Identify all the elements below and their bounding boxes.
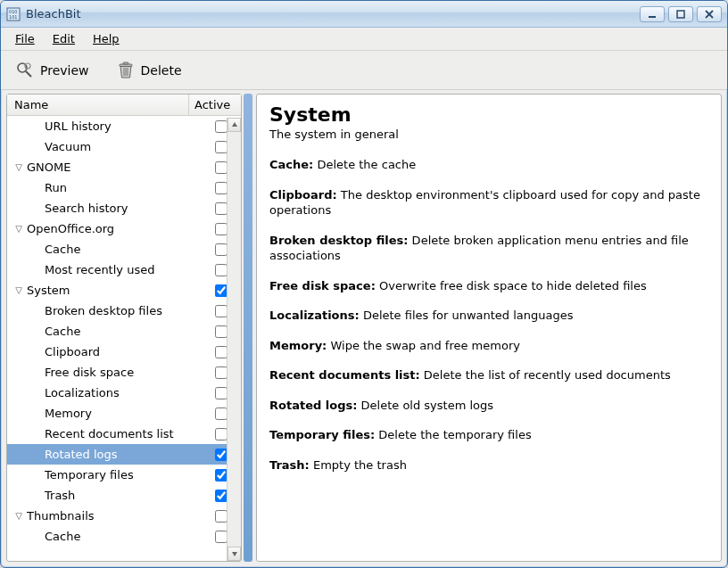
tree-row[interactable]: Free disk space <box>7 362 241 383</box>
detail-entry-name: Broken desktop files: <box>269 234 408 247</box>
menu-file[interactable]: File <box>8 29 42 48</box>
detail-entry-name: Localizations: <box>269 309 360 322</box>
detail-entry: Clipboard: The desktop environment's cli… <box>269 187 708 218</box>
menu-help[interactable]: Help <box>86 29 127 48</box>
detail-entry-desc: Delete the temporary files <box>375 428 531 441</box>
tree-row-label: Cache <box>43 530 202 543</box>
tree-row-label: GNOME <box>25 161 202 174</box>
splitter-handle[interactable] <box>244 94 252 562</box>
tree-row-label: Temporary files <box>43 468 202 482</box>
tree-row[interactable]: Rotated logs <box>7 444 241 465</box>
expander-icon[interactable]: ▽ <box>12 511 25 521</box>
detail-entry: Temporary files: Delete the temporary fi… <box>269 427 708 443</box>
active-checkbox[interactable] <box>215 449 228 461</box>
detail-entry: Rotated logs: Delete old system logs <box>269 398 708 414</box>
tree-row-label: OpenOffice.org <box>25 222 202 235</box>
active-checkbox[interactable] <box>215 161 228 174</box>
tree-row[interactable]: Recent documents list <box>7 424 241 444</box>
tree-row[interactable]: Cache <box>7 526 241 547</box>
tree-row-label: Run <box>43 181 202 194</box>
detail-entry-desc: Delete the list of recently used documen… <box>420 368 671 382</box>
detail-entry-name: Memory: <box>269 339 327 352</box>
maximize-button[interactable] <box>668 6 693 22</box>
active-checkbox[interactable] <box>215 264 228 276</box>
tree-row-label: Trash <box>43 489 202 502</box>
tree-row[interactable]: Memory <box>7 403 241 424</box>
detail-entry-name: Cache: <box>269 158 313 171</box>
detail-entry-desc: Delete files for unwanted languages <box>360 309 574 322</box>
tree-row-label: Broken desktop files <box>43 304 202 317</box>
tree-row[interactable]: URL history <box>7 116 241 136</box>
tree-row[interactable]: Broken desktop files <box>7 300 241 321</box>
active-checkbox[interactable] <box>215 325 228 338</box>
active-checkbox[interactable] <box>215 469 228 482</box>
active-checkbox[interactable] <box>215 490 228 502</box>
detail-entry-name: Clipboard: <box>269 188 337 202</box>
tree-row-label: Vacuum <box>43 140 202 153</box>
tree-row-label: Clipboard <box>43 345 202 358</box>
expander-icon[interactable]: ▽ <box>12 224 25 234</box>
expander-icon[interactable]: ▽ <box>12 285 25 295</box>
close-button[interactable] <box>697 6 722 22</box>
active-checkbox[interactable] <box>215 223 228 235</box>
detail-entry: Cache: Delete the cache <box>269 157 708 173</box>
tree-scrollbar[interactable] <box>227 118 241 561</box>
menu-edit[interactable]: Edit <box>46 29 82 48</box>
active-checkbox[interactable] <box>215 202 228 215</box>
tree-row-label: Free disk space <box>43 366 202 379</box>
tree-row[interactable]: Search history <box>7 198 241 218</box>
active-checkbox[interactable] <box>215 141 228 153</box>
tree-row-label: Cache <box>43 325 202 338</box>
tree-row[interactable]: Temporary files <box>7 465 241 485</box>
active-checkbox[interactable] <box>215 428 228 440</box>
tree-row[interactable]: ▽GNOME <box>7 157 241 177</box>
tree-row[interactable]: Cache <box>7 239 241 259</box>
detail-panel: System The system in general Cache: Dele… <box>256 94 722 562</box>
detail-entry-desc: Delete the cache <box>313 158 416 171</box>
tree-row[interactable]: Trash <box>7 485 241 506</box>
active-checkbox[interactable] <box>215 182 228 194</box>
active-checkbox[interactable] <box>215 510 228 523</box>
tree-header: Name Active <box>7 95 241 116</box>
tree-row[interactable]: ▽OpenOffice.org <box>7 218 241 239</box>
detail-entry: Recent documents list: Delete the list o… <box>269 367 708 383</box>
tree-row[interactable]: Localizations <box>7 383 241 403</box>
active-checkbox[interactable] <box>215 120 228 133</box>
detail-title: System <box>269 103 708 126</box>
tree-row[interactable]: ▽Thumbnails <box>7 506 241 526</box>
titlebar[interactable]: 010101 BleachBit <box>1 1 727 28</box>
active-checkbox[interactable] <box>215 346 228 358</box>
minimize-button[interactable] <box>640 6 665 22</box>
tree-row[interactable]: Cache <box>7 321 241 342</box>
svg-rect-4 <box>677 11 684 18</box>
tree-row[interactable]: Most recently used <box>7 259 241 280</box>
cleaner-tree-panel: Name Active URL historyVacuum▽GNOMERunSe… <box>6 94 242 562</box>
tree-body[interactable]: URL historyVacuum▽GNOMERunSearch history… <box>7 116 241 561</box>
tree-row-label: URL history <box>43 119 202 133</box>
active-checkbox[interactable] <box>215 284 228 297</box>
tree-row[interactable]: Vacuum <box>7 136 241 157</box>
scroll-up-button[interactable] <box>228 118 241 132</box>
tree-row[interactable]: ▽System <box>7 280 241 300</box>
active-checkbox[interactable] <box>215 407 228 420</box>
tree-row[interactable]: Clipboard <box>7 342 241 362</box>
active-checkbox[interactable] <box>215 387 228 399</box>
delete-button[interactable]: Delete <box>111 57 187 84</box>
column-name-header[interactable]: Name <box>7 95 189 115</box>
active-checkbox[interactable] <box>215 531 228 543</box>
column-active-header[interactable]: Active <box>189 95 241 115</box>
expander-icon[interactable]: ▽ <box>12 162 25 172</box>
detail-entry: Free disk space: Overwrite free disk spa… <box>269 278 708 294</box>
detail-entry-name: Temporary files: <box>269 428 375 441</box>
tree-row-label: System <box>25 284 202 297</box>
detail-entry-desc: Empty the trash <box>310 458 407 472</box>
svg-marker-15 <box>232 122 237 127</box>
detail-entry-name: Trash: <box>269 458 310 472</box>
active-checkbox[interactable] <box>215 366 228 379</box>
svg-text:101: 101 <box>9 14 18 20</box>
preview-button[interactable]: Preview <box>10 57 95 84</box>
scroll-down-button[interactable] <box>228 547 241 561</box>
active-checkbox[interactable] <box>215 305 228 317</box>
tree-row[interactable]: Run <box>7 177 241 198</box>
active-checkbox[interactable] <box>215 243 228 256</box>
